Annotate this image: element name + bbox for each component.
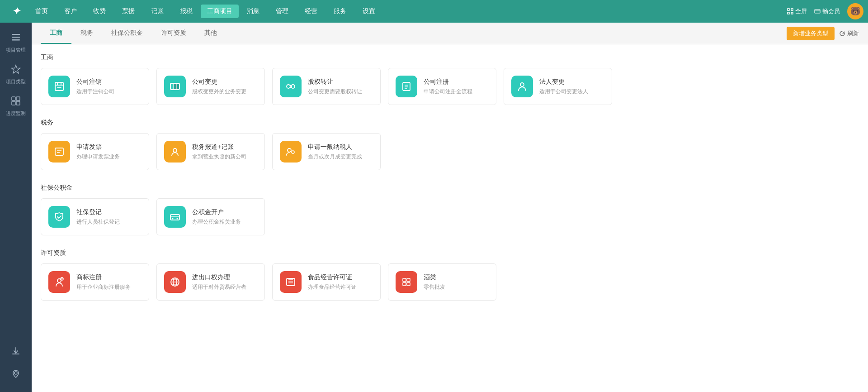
tab-license[interactable]: 许可资质 <box>152 23 195 44</box>
cards-grid-gongshang: 公司注销 适用于注销公司 公司变更 股权变更外的业务变更 <box>41 68 859 105</box>
section-tax: 税务 申请发票 办理申请发票业务 <box>41 119 859 170</box>
svg-rect-8 <box>12 39 20 41</box>
vip-label: 畅会员 <box>822 7 840 15</box>
nav-manage[interactable]: 管理 <box>268 0 297 23</box>
card-equity-transfer[interactable]: 股权转让 公司变更需要股权转让 <box>272 68 381 105</box>
nav-customer[interactable]: 客户 <box>56 0 85 23</box>
svg-rect-50 <box>407 278 410 282</box>
card-info-company-cancel: 公司注销 适用于注销公司 <box>76 78 114 96</box>
card-company-change[interactable]: 公司变更 股权变更外的业务变更 <box>156 68 265 105</box>
card-apply-invoice[interactable]: 申请发票 办理申请发票业务 <box>41 133 149 170</box>
nav-service[interactable]: 服务 <box>326 0 354 23</box>
card-title-apply-invoice: 申请发票 <box>76 143 120 151</box>
card-trademark-register[interactable]: 商标注册 用于企业商标注册服务 <box>41 263 149 301</box>
card-title-trademark-register: 商标注册 <box>76 273 131 282</box>
new-type-button[interactable]: 新增业务类型 <box>787 27 835 40</box>
card-icon-trademark-register <box>48 271 70 293</box>
sidebar-location-btn[interactable] <box>0 365 32 383</box>
sidebar-item-progress-monitor[interactable]: 进度监测 <box>0 91 32 122</box>
card-food-license[interactable]: 食品经营许可证 办理食品经营许可证 <box>272 263 381 301</box>
user-avatar[interactable]: 🐻 <box>847 3 863 19</box>
card-info-liquor: 酒类 零售批发 <box>424 273 445 291</box>
card-info-provident-fund-open: 公积金开户 办理公积金相关业务 <box>192 208 241 226</box>
svg-rect-4 <box>815 10 820 13</box>
logo: ✦ <box>5 5 27 17</box>
nav-fee[interactable]: 收费 <box>85 0 114 23</box>
card-icon-import-export <box>164 271 186 293</box>
vip-btn[interactable]: 畅会员 <box>814 7 840 15</box>
card-icon-apply-general-taxpayer <box>280 141 302 163</box>
card-desc-trademark-register: 用于企业商标注册服务 <box>76 283 131 291</box>
refresh-label: 刷新 <box>847 29 859 38</box>
card-info-company-change: 公司变更 股权变更外的业务变更 <box>192 78 246 96</box>
nav-invoice[interactable]: 票据 <box>114 0 143 23</box>
card-desc-apply-general-taxpayer: 当月或次月成变更完成 <box>308 153 362 161</box>
section-title-license: 许可资质 <box>41 249 859 257</box>
card-import-export[interactable]: 进出口权办理 适用于对外贸易经营者 <box>156 263 265 301</box>
nav-tax[interactable]: 报税 <box>172 0 201 23</box>
tab-business[interactable]: 工商 <box>41 23 71 44</box>
cards-grid-tax: 申请发票 办理申请发票业务 税务报道+记账 拿到营业执照的新公司 <box>41 133 859 170</box>
card-desc-tax-report-bookkeeping: 拿到营业执照的新公司 <box>192 153 246 161</box>
sidebar-label-project-type: 项目类型 <box>6 78 26 85</box>
card-desc-company-register: 申请公司注册全流程 <box>424 88 472 96</box>
nav-right: 全屏 畅会员 🐻 <box>787 3 863 19</box>
card-icon-legal-person-change <box>511 76 533 97</box>
tab-social-insurance[interactable]: 社保公积金 <box>102 23 152 44</box>
card-apply-general-taxpayer[interactable]: 申请一般纳税人 当月或次月成变更完成 <box>272 133 381 170</box>
nav-home[interactable]: 首页 <box>27 0 56 23</box>
svg-rect-1 <box>791 9 793 10</box>
card-title-company-register: 公司注册 <box>424 78 472 86</box>
card-icon-liquor <box>396 271 417 293</box>
svg-rect-6 <box>12 34 20 35</box>
section-license: 许可资质 商标注册 用于企业商标注册服务 <box>41 249 859 301</box>
card-title-import-export: 进出口权办理 <box>192 273 246 282</box>
scroll-content[interactable]: 工商 公司注销 适用于注销公司 <box>32 44 868 392</box>
svg-rect-52 <box>407 282 410 286</box>
svg-rect-21 <box>403 82 410 91</box>
sidebar-item-project-type[interactable]: 项目类型 <box>0 59 32 91</box>
card-info-legal-person-change: 法人变更 适用于公司变更法人 <box>539 78 588 96</box>
svg-rect-32 <box>170 215 179 220</box>
card-info-social-security-register: 社保登记 进行人员社保登记 <box>76 208 120 226</box>
cards-grid-license: 商标注册 用于企业商标注册服务 进出口权办理 适用于对外贸易经营者 <box>41 263 859 301</box>
svg-point-19 <box>287 85 290 88</box>
card-liquor[interactable]: 酒类 零售批发 <box>388 263 496 301</box>
svg-point-34 <box>172 218 174 220</box>
tab-other[interactable]: 其他 <box>195 23 226 44</box>
nav-settings[interactable]: 设置 <box>354 0 383 23</box>
svg-rect-13 <box>16 101 20 105</box>
card-desc-apply-invoice: 办理申请发票业务 <box>76 153 120 161</box>
sidebar: 项目管理 项目类型 进度监测 <box>0 23 32 392</box>
nav-operation[interactable]: 经营 <box>297 0 326 23</box>
card-desc-company-cancel: 适用于注销公司 <box>76 88 114 96</box>
sidebar-item-project-management[interactable]: 项目管理 <box>0 27 32 59</box>
tab-tax[interactable]: 税务 <box>71 23 102 44</box>
refresh-button[interactable]: 刷新 <box>839 29 859 38</box>
card-tax-report-bookkeeping[interactable]: 税务报道+记账 拿到营业执照的新公司 <box>156 133 265 170</box>
card-icon-company-change <box>164 76 186 97</box>
nav-message[interactable]: 消息 <box>239 0 268 23</box>
nav-bookkeeping[interactable]: 记账 <box>143 0 172 23</box>
card-icon-provident-fund-open <box>164 206 186 228</box>
svg-rect-10 <box>12 97 15 100</box>
fullscreen-btn[interactable]: 全屏 <box>787 7 807 15</box>
svg-rect-12 <box>12 101 15 105</box>
svg-rect-7 <box>12 37 20 38</box>
section-social-insurance: 社保公积金 社保登记 进行人员社保登记 <box>41 184 859 235</box>
card-company-register[interactable]: 公司注册 申请公司注册全流程 <box>388 68 496 105</box>
card-social-security-register[interactable]: 社保登记 进行人员社保登记 <box>41 198 149 235</box>
svg-marker-9 <box>12 65 20 73</box>
nav-business-project[interactable]: 工商项目 <box>201 5 239 18</box>
card-title-tax-report-bookkeeping: 税务报道+记账 <box>192 143 246 151</box>
card-company-cancel[interactable]: 公司注销 适用于注销公司 <box>41 68 149 105</box>
nav-items: 首页 客户 收费 票据 记账 报税 工商项目 消息 管理 经营 服务 设置 <box>27 0 787 23</box>
content-area: 工商 税务 社保公积金 许可资质 其他 新增业务类型 刷新 工商 <box>32 23 868 392</box>
svg-point-35 <box>177 218 178 220</box>
svg-point-14 <box>14 372 17 374</box>
sidebar-label-project-management: 项目管理 <box>6 47 26 53</box>
card-provident-fund-open[interactable]: 公积金开户 办理公积金相关业务 <box>156 198 265 235</box>
sidebar-download-btn[interactable] <box>0 342 32 360</box>
card-legal-person-change[interactable]: 法人变更 适用于公司变更法人 <box>504 68 612 105</box>
card-title-social-security-register: 社保登记 <box>76 208 120 216</box>
